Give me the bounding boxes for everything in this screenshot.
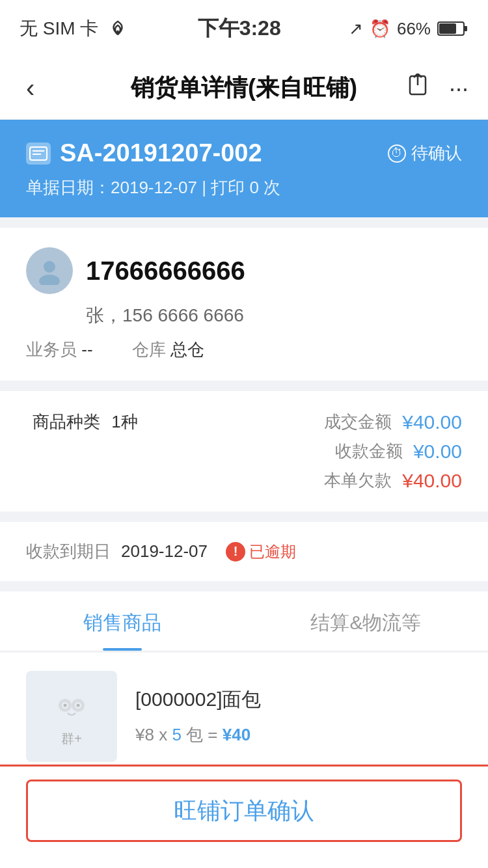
order-icon — [26, 142, 51, 165]
tab-sales-product[interactable]: 销售商品 — [0, 591, 244, 651]
warehouse-field: 仓库 总仓 — [132, 338, 204, 361]
customer-name: 张，156 6666 6666 — [26, 303, 462, 328]
nav-bar: ‹ 销货单详情(来自旺铺) ··· — [0, 57, 488, 120]
more-button[interactable]: ··· — [449, 75, 468, 102]
avatar — [26, 247, 73, 294]
bottom-bar: 旺铺订单确认 — [0, 765, 488, 868]
tab-settlement[interactable]: 结算&物流等 — [244, 591, 488, 651]
svg-point-8 — [44, 261, 55, 273]
location-icon: ↗ — [349, 19, 363, 39]
order-header-top: SA-20191207-002 ⏱ 待确认 — [26, 139, 462, 167]
received-amount: ¥0.00 — [413, 441, 462, 463]
product-thumb-text: 群+ — [61, 730, 82, 748]
overdue-icon: ! — [226, 542, 245, 562]
balance-amount: ¥40.00 — [402, 470, 462, 492]
received-label: 收款金额 — [335, 440, 403, 463]
wifi-icon — [106, 20, 129, 37]
transaction-amount: ¥40.00 — [402, 411, 462, 433]
product-price: ¥8 x 5 包 = ¥40 — [135, 724, 462, 746]
due-date-card: 收款到期日 2019-12-07 ! 已逾期 — [0, 522, 488, 581]
salesman-field: 业务员 -- — [26, 338, 93, 361]
battery-icon — [437, 20, 468, 37]
clock-icon: ⏱ — [388, 144, 406, 163]
warehouse-label: 仓库 — [132, 340, 166, 359]
customer-row: 17666666666 — [26, 247, 462, 294]
status-bar: 无 SIM 卡 下午3:28 ↗ ⏰ 66% — [0, 0, 488, 57]
order-date: 单据日期：2019-12-07 | 打印 0 次 — [26, 176, 462, 199]
summary-right: 成交金额 ¥40.00 收款金额 ¥0.00 本单欠款 ¥40.00 — [324, 411, 462, 492]
order-status-badge: ⏱ 待确认 — [388, 142, 462, 165]
transaction-amount-row: 成交金额 ¥40.00 — [324, 411, 462, 433]
customer-info-card: 17666666666 张，156 6666 6666 业务员 -- 仓库 总仓 — [0, 228, 488, 381]
product-type-label: 商品种类 — [33, 412, 100, 431]
back-button[interactable]: ‹ — [20, 67, 41, 109]
share-button[interactable] — [406, 74, 429, 103]
received-amount-row: 收款金额 ¥0.00 — [335, 440, 462, 463]
status-carrier: 无 SIM 卡 — [20, 16, 129, 41]
svg-point-14 — [64, 703, 67, 707]
summary-card: 商品种类 1种 成交金额 ¥40.00 收款金额 ¥0.00 本单欠款 ¥40.… — [0, 391, 488, 511]
carrier-text: 无 SIM 卡 — [20, 16, 98, 41]
nav-actions: ··· — [406, 74, 468, 103]
product-qty: 5 — [172, 725, 181, 744]
svg-rect-2 — [439, 23, 456, 34]
warehouse-value: 总仓 — [170, 340, 204, 359]
salesman-label: 业务员 — [26, 340, 77, 359]
product-name: [0000002]面包 — [135, 686, 462, 713]
customer-meta: 业务员 -- 仓库 总仓 — [26, 338, 462, 361]
transaction-label: 成交金额 — [324, 411, 392, 433]
order-status-text: 待确认 — [411, 142, 462, 165]
product-type-value: 1种 — [111, 412, 137, 431]
product-info: [0000002]面包 ¥8 x 5 包 = ¥40 — [135, 686, 462, 746]
status-indicators: ↗ ⏰ 66% — [349, 19, 468, 39]
salesman-value: -- — [81, 340, 92, 359]
tabs-bar: 销售商品 结算&物流等 — [0, 591, 488, 651]
svg-point-15 — [77, 703, 80, 707]
product-total: ¥40 — [223, 725, 251, 744]
alarm-icon: ⏰ — [370, 19, 390, 39]
due-date-value: 2019-12-07 — [121, 541, 208, 562]
nav-title: 销货单详情(来自旺铺) — [131, 72, 357, 104]
customer-phone: 17666666666 — [86, 256, 245, 286]
order-id: SA-20191207-002 — [26, 139, 262, 167]
confirm-order-button[interactable]: 旺铺订单确认 — [26, 780, 462, 842]
svg-point-9 — [39, 275, 60, 285]
product-type-row: 商品种类 1种 — [26, 411, 138, 433]
order-header-card: SA-20191207-002 ⏱ 待确认 单据日期：2019-12-07 | … — [0, 120, 488, 217]
summary-left: 商品种类 1种 — [26, 411, 138, 439]
status-time: 下午3:28 — [198, 14, 281, 43]
battery-text: 66% — [397, 19, 431, 39]
balance-row: 本单欠款 ¥40.00 — [324, 469, 462, 492]
overdue-badge: ! 已逾期 — [226, 541, 296, 562]
product-item: 群+ [0000002]面包 ¥8 x 5 包 = ¥40 — [0, 653, 488, 780]
overdue-text: 已逾期 — [249, 541, 296, 562]
balance-label: 本单欠款 — [324, 469, 392, 492]
svg-rect-1 — [464, 26, 467, 31]
product-thumbnail: 群+ — [26, 671, 117, 762]
unit-price: ¥8 — [135, 725, 154, 744]
due-date-label: 收款到期日 — [26, 540, 111, 563]
